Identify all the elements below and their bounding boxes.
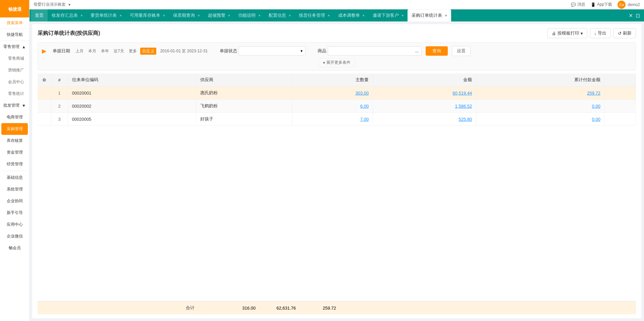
status-select[interactable]: ▾: [238, 46, 306, 56]
tab-keyongliang[interactable]: 可用量库存账本 ×: [126, 9, 169, 21]
col-settings[interactable]: ⚙: [38, 73, 51, 87]
workspace-title: 母婴行业演示账套: [34, 2, 66, 7]
sidebar-item-purchase[interactable]: 采购管理: [1, 123, 28, 135]
workspace-dropdown[interactable]: ▾: [68, 2, 70, 7]
tab-caigoudingtjb[interactable]: 采购订单统计表 ×: [408, 9, 451, 21]
tab-baozhi[interactable]: 保质期查询 ×: [169, 9, 204, 21]
username: demo2: [628, 2, 640, 7]
tab-chengbentiaoz[interactable]: 成本调整单 ×: [334, 9, 369, 21]
tab-yaoqingxiayou[interactable]: 邀请下游客户 ×: [369, 9, 408, 21]
row-amount[interactable]: 525.80: [373, 113, 476, 126]
tab-shoufahuihzb[interactable]: 收发存汇总表 ×: [48, 9, 87, 21]
goods-input[interactable]: ...: [328, 46, 422, 56]
app-label: App下载: [597, 2, 612, 7]
tab-close-icon[interactable]: ×: [258, 13, 260, 17]
row-amount[interactable]: 60,519.44: [373, 87, 476, 100]
sidebar-item-member[interactable]: 会员中心: [0, 76, 29, 88]
tab-yaohuodangtjb[interactable]: 要货单统计表 ×: [87, 9, 125, 21]
sidebar-item-appcenter[interactable]: 应用中心: [0, 219, 29, 230]
settings-button[interactable]: 设置: [452, 46, 471, 56]
row-settings: [38, 113, 51, 126]
filter-expand-left[interactable]: ▶: [42, 48, 46, 54]
date-btn-this-month[interactable]: 本月: [87, 48, 98, 55]
refresh-button[interactable]: ↺ 刷新: [613, 28, 636, 38]
sidebar-item-newbie[interactable]: 新手引导: [0, 207, 29, 219]
settings-icon[interactable]: ⚙: [42, 77, 46, 83]
footer-qty: 316.00: [226, 306, 260, 311]
date-btn-more[interactable]: 更多: [127, 48, 138, 55]
sidebar-item-retailstats[interactable]: 零售统计: [0, 88, 29, 100]
sidebar-item-inventory[interactable]: 库存核算: [0, 135, 29, 147]
row-qty[interactable]: 303.00: [292, 87, 373, 100]
date-btn-last-month[interactable]: 上月: [74, 48, 85, 55]
print-button[interactable]: 🖨 按模板打印 ▾: [547, 28, 587, 38]
row-paid[interactable]: 0.00: [476, 100, 605, 113]
col-index: #: [51, 73, 68, 87]
tab-close-icon[interactable]: ×: [163, 13, 165, 17]
row-extra: [605, 87, 636, 100]
filter-bar: ▶ 单据日期 上月 本月 本年 近7天 更多 自定义 2016-01-01 至 …: [38, 42, 636, 71]
tab-close-icon[interactable]: ×: [119, 13, 121, 17]
row-index: 2: [51, 100, 68, 113]
tab-chaochuyujing[interactable]: 超储预警 ×: [204, 9, 234, 21]
row-amount[interactable]: 1,586.52: [373, 100, 476, 113]
sidebar-item-search[interactable]: 搜索菜单: [0, 17, 29, 29]
query-button[interactable]: 查询: [426, 46, 448, 56]
sidebar-item-enterprise[interactable]: 企业协同: [0, 195, 29, 207]
tab-close-icon[interactable]: ×: [445, 13, 447, 17]
message-btn[interactable]: 💬 消息: [571, 2, 585, 7]
tab-label: 成本调整单: [338, 12, 360, 18]
page-content: 采购订单统计表(按供应商) 🖨 按模板打印 ▾ ↓ 导出 ↺ 刷新: [30, 21, 644, 321]
tab-right-buttons: ✕ ⊡: [629, 12, 643, 19]
sidebar-item-wholesale[interactable]: 批发管理 ▼: [0, 100, 29, 111]
tab-close-icon[interactable]: ×: [401, 13, 404, 17]
tab-close-icon[interactable]: ×: [198, 13, 200, 17]
tab-peizhixinxi[interactable]: 配置信息 ×: [265, 9, 295, 21]
row-qty[interactable]: 6.00: [292, 100, 373, 113]
row-paid[interactable]: 0.00: [476, 113, 605, 126]
row-paid[interactable]: 259.72: [476, 87, 605, 100]
row-qty[interactable]: 7.00: [292, 113, 373, 126]
tab-close-icon[interactable]: ×: [328, 13, 330, 17]
footer-paid: 259.72: [300, 306, 340, 311]
sidebar-item-ops[interactable]: 经营管理: [0, 158, 29, 170]
tab-close-icon[interactable]: ×: [228, 13, 230, 17]
footer-label: 合计: [186, 305, 226, 311]
tab-maximize-icon[interactable]: ⊡: [636, 12, 640, 19]
tab-baitiuorenwu[interactable]: 拣货任务管理 ×: [295, 9, 334, 21]
row-settings: [38, 100, 51, 113]
tab-close-all-icon[interactable]: ✕: [629, 12, 633, 19]
tab-home[interactable]: 首页: [31, 9, 48, 21]
sidebar-item-base[interactable]: 基础信息: [0, 172, 29, 183]
tab-label: 采购订单统计表: [412, 12, 442, 18]
tab-label: 收发存汇总表: [52, 12, 78, 18]
date-btn-custom[interactable]: 自定义: [140, 48, 156, 55]
table-header-row: ⚙ # 往来单位编码 供应商 主数量 金额 累计付款金额: [38, 73, 636, 87]
main-area: 母婴行业演示账套 ▾ 💬 消息 📱 App下载 Ea demo2 首页 收发存汇…: [30, 0, 644, 321]
sidebar-item-marketing[interactable]: 营销推广: [0, 64, 29, 76]
app-download-btn[interactable]: 📱 App下载: [591, 2, 612, 7]
date-btn-this-year[interactable]: 本年: [100, 48, 110, 55]
export-button[interactable]: ↓ 导出: [590, 28, 611, 38]
tab-gongnengshuo[interactable]: 功能说明 ×: [234, 9, 264, 21]
tab-close-icon[interactable]: ×: [80, 13, 83, 17]
table-row: 3 00020005 好孩子 7.00 525.80 0.00: [38, 113, 636, 126]
sidebar-item-finance[interactable]: 资金管理: [0, 147, 29, 158]
header-actions: 🖨 按模板打印 ▾ ↓ 导出 ↺ 刷新: [547, 28, 636, 38]
date-range-display: 2016-01-01 至 2023-12-31: [160, 48, 208, 54]
date-btn-7days[interactable]: 近7天: [112, 48, 125, 55]
sidebar-item-ecommerce[interactable]: 电商管理: [0, 111, 29, 123]
expand-more-button[interactable]: ▾ 展开更多条件: [319, 58, 355, 67]
sidebar-item-retailshop[interactable]: 零售商城: [0, 53, 29, 64]
page-inner: 采购订单统计表(按供应商) 🖨 按模板打印 ▾ ↓ 导出 ↺ 刷新: [32, 24, 641, 318]
tab-close-icon[interactable]: ×: [289, 13, 291, 17]
sidebar-item-quicknav[interactable]: 快捷导航: [0, 29, 29, 41]
goods-label: 商品: [318, 48, 326, 54]
sidebar-item-bizwechat[interactable]: 企业微信: [0, 230, 29, 242]
user-area[interactable]: Ea demo2: [618, 1, 640, 9]
sidebar-item-retail[interactable]: 零售管理 ▲: [0, 41, 29, 53]
tab-close-icon[interactable]: ×: [363, 13, 365, 17]
row-extra: [605, 113, 636, 126]
sidebar-item-member2[interactable]: 畅会员: [0, 242, 29, 254]
sidebar-item-system[interactable]: 系统管理: [0, 183, 29, 195]
